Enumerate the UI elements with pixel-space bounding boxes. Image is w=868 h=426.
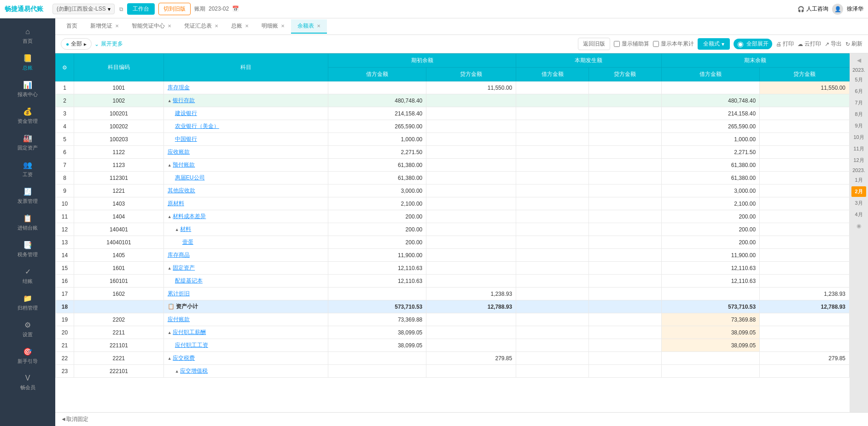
- month-9[interactable]: 9月: [851, 121, 866, 131]
- account-name[interactable]: 配提基记本: [163, 275, 328, 288]
- month-7[interactable]: 7月: [851, 98, 866, 108]
- filter-button[interactable]: ● 全部 ▸: [61, 38, 92, 50]
- user-avatar[interactable]: 👤: [832, 4, 843, 15]
- sidebar-item-closing[interactable]: ✓ 结账: [0, 263, 55, 289]
- end-debit: 38,099.05: [661, 326, 759, 339]
- sidebar-item-reports[interactable]: 📊 报表中心: [0, 76, 55, 103]
- company-selector[interactable]: (勿删)江西股金-LSS ▾: [52, 4, 115, 14]
- month-12[interactable]: 12月: [851, 155, 866, 166]
- account-name[interactable]: 原材料: [163, 197, 328, 210]
- month-4[interactable]: 4月: [851, 209, 866, 220]
- tab-close-smart-center[interactable]: ✕: [168, 23, 171, 29]
- period-credit: 12,788.93: [426, 300, 516, 313]
- expand-all-toggle[interactable]: ◉ 全部展开: [734, 39, 772, 49]
- expand-right-panel[interactable]: ◀: [851, 55, 866, 65]
- sidebar-item-payroll[interactable]: 👥 工资: [0, 156, 55, 183]
- month-11[interactable]: 11月: [851, 144, 866, 154]
- account-name[interactable]: ▲ 材料: [163, 223, 328, 236]
- end-credit: [760, 262, 850, 275]
- sidebar: ⌂ 首页 📒 总账 📊 报表中心 💰 资金管理 🏭 固定资产 👥 工资 🧾 发票…: [0, 18, 55, 426]
- month-6[interactable]: 6月: [851, 86, 866, 97]
- workbench-button[interactable]: 工作台: [127, 3, 155, 15]
- month-5[interactable]: 5月: [851, 75, 866, 85]
- sidebar-item-home[interactable]: ⌂ 首页: [0, 23, 55, 49]
- settings-col-header[interactable]: ⚙: [56, 54, 74, 81]
- refresh-button[interactable]: ↻ 刷新: [845, 40, 862, 48]
- account-name[interactable]: 中国银行: [163, 133, 328, 146]
- tab-new-voucher[interactable]: 新增凭证 ✕: [84, 19, 125, 34]
- account-name[interactable]: ▲ 银行存款: [163, 94, 328, 107]
- row-number: 16: [56, 275, 74, 288]
- account-name[interactable]: 农业银行（美金）: [163, 120, 328, 133]
- sidebar-item-capital[interactable]: 💰 资金管理: [0, 103, 55, 129]
- calendar-icon[interactable]: 📅: [232, 6, 239, 12]
- unpin-label[interactable]: ◄取消固定: [61, 415, 88, 423]
- tab-detail[interactable]: 明细账 ✕: [255, 19, 291, 34]
- sidebar-item-archive[interactable]: 📁 归档管理: [0, 289, 55, 316]
- account-name[interactable]: 建设银行: [163, 107, 328, 120]
- month-3[interactable]: 3月: [851, 198, 866, 208]
- sidebar-item-invoice[interactable]: 🧾 发票管理: [0, 183, 55, 209]
- account-name[interactable]: 应付账款: [163, 313, 328, 326]
- back-button[interactable]: 返回旧版: [578, 38, 610, 50]
- account-name[interactable]: ▲ 固定资产: [163, 262, 328, 275]
- sidebar-item-ledger[interactable]: 📒 总账: [0, 49, 55, 76]
- month-2[interactable]: 2月: [851, 186, 866, 197]
- tab-ledger[interactable]: 总账 ✕: [225, 19, 255, 34]
- account-name[interactable]: ▲ 材料成本差异: [163, 210, 328, 223]
- sidebar-item-settings[interactable]: ⚙ 设置: [0, 316, 55, 343]
- show-ytd-checkbox[interactable]: 显示本年累计: [653, 40, 694, 48]
- end-credit: [760, 365, 850, 378]
- customer-service[interactable]: 🎧 人工咨询: [798, 5, 828, 13]
- sidebar-item-guide[interactable]: 🎯 新手引导: [0, 343, 55, 369]
- month-10[interactable]: 10月: [851, 132, 866, 143]
- account-name[interactable]: ▲ 应付职工薪酬: [163, 326, 328, 339]
- period-debit: 200.00: [328, 236, 426, 249]
- account-code: 1405: [74, 249, 164, 262]
- cloud-print-button[interactable]: ☁ 云打印: [798, 40, 821, 48]
- period-debit: 214,158.40: [328, 107, 426, 120]
- row-number: 4: [56, 120, 74, 133]
- sidebar-item-sales[interactable]: 📋 进销台账: [0, 209, 55, 236]
- end-credit: 1,238.93: [760, 288, 850, 300]
- account-name[interactable]: 库存现金: [163, 81, 328, 94]
- tab-voucher-summary[interactable]: 凭证汇总表 ✕: [178, 19, 225, 34]
- tab-close-voucher-summary[interactable]: ✕: [215, 23, 218, 29]
- account-name[interactable]: 壹蛋: [163, 236, 328, 249]
- show-auxiliary-checkbox[interactable]: 显示辅助算: [614, 40, 649, 48]
- period-debit: 265,590.00: [328, 120, 426, 133]
- account-name[interactable]: 应收账款: [163, 146, 328, 159]
- print-button[interactable]: 🖨 打印: [776, 40, 794, 48]
- tab-balance[interactable]: 余额表 ✕: [291, 19, 327, 34]
- tab-close-balance[interactable]: ✕: [317, 23, 320, 29]
- month-8[interactable]: 8月: [851, 109, 866, 120]
- table-row: 18📋 资产小计573,710.5312,788.93573,710.5312,…: [56, 300, 850, 313]
- account-name[interactable]: 库存商品: [163, 249, 328, 262]
- export-button[interactable]: ↗ 导出: [825, 40, 842, 48]
- switch-version-button[interactable]: 切到旧版: [158, 3, 191, 15]
- tab-smart-center[interactable]: 智能凭证中心 ✕: [125, 19, 178, 34]
- account-name[interactable]: ▲ 应交增值税: [163, 365, 328, 378]
- account-name[interactable]: ▲ 预付账款: [163, 159, 328, 172]
- expand-icon: ⌄: [94, 41, 99, 47]
- curr-debit: [516, 326, 589, 339]
- account-name[interactable]: 惠届EU公司: [163, 172, 328, 184]
- tab-close-detail[interactable]: ✕: [281, 23, 285, 29]
- format-button[interactable]: 全额式 ▾: [698, 38, 730, 50]
- sidebar-item-tax[interactable]: 📑 税务管理: [0, 236, 55, 263]
- month-1[interactable]: 1月: [851, 175, 866, 185]
- tab-close-ledger[interactable]: ✕: [245, 23, 249, 29]
- account-name[interactable]: ▲ 应交税费: [163, 352, 328, 365]
- end-credit: 279.85: [760, 352, 850, 365]
- account-name[interactable]: 其他应收款: [163, 184, 328, 197]
- account-name[interactable]: 应付职工工资: [163, 339, 328, 352]
- tab-home[interactable]: 首页: [60, 19, 84, 34]
- sidebar-item-member[interactable]: V 畅会员: [0, 369, 55, 396]
- copy-icon[interactable]: ⧉: [119, 6, 123, 12]
- sidebar-item-assets[interactable]: 🏭 固定资产: [0, 129, 55, 156]
- tab-close-new-voucher[interactable]: ✕: [115, 23, 119, 29]
- expand-button[interactable]: ⌄ 展开更多: [94, 40, 123, 48]
- expand-right-panel-bottom[interactable]: ◉: [851, 221, 866, 231]
- account-name[interactable]: 累计折旧: [163, 288, 328, 300]
- account-name[interactable]: 📋 资产小计: [163, 300, 328, 313]
